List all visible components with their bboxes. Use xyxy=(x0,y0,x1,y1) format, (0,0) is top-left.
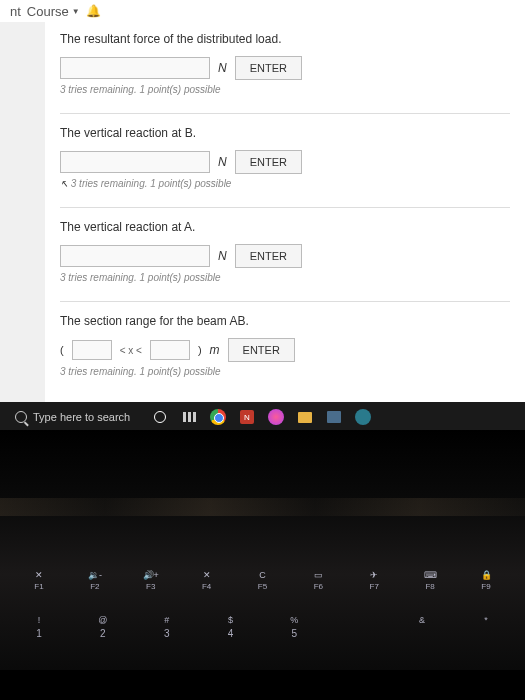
f7-key: ✈F7 xyxy=(355,570,393,591)
enter-button[interactable]: ENTER xyxy=(235,56,302,80)
open-paren: ( xyxy=(60,344,64,356)
f9-key: 🔒F9 xyxy=(467,570,505,591)
tries-remaining: 3 tries remaining. 1 point(s) possible xyxy=(60,272,510,283)
f6-key: ▭F6 xyxy=(299,570,337,591)
tries-remaining: ↖ 3 tries remaining. 1 point(s) possible xyxy=(60,178,510,189)
itunes-icon[interactable] xyxy=(263,404,289,430)
question-prompt: The vertical reaction at A. xyxy=(60,220,510,234)
enter-button[interactable]: ENTER xyxy=(228,338,295,362)
tries-remaining: 3 tries remaining. 1 point(s) possible xyxy=(60,84,510,95)
search-icon xyxy=(15,411,27,423)
bell-icon[interactable]: 🔔 xyxy=(86,4,101,18)
answer-input[interactable] xyxy=(60,57,210,79)
range-high-input[interactable] xyxy=(150,340,190,360)
taskbar-search[interactable]: Type here to search xyxy=(5,402,145,432)
question-block: The vertical reaction at B. N ENTER ↖ 3 … xyxy=(60,126,510,189)
store-icon[interactable] xyxy=(321,404,347,430)
answer-input[interactable] xyxy=(60,245,210,267)
range-low-input[interactable] xyxy=(72,340,112,360)
app-icon[interactable]: N xyxy=(234,404,260,430)
key-2: @2 xyxy=(84,615,122,639)
chrome-icon[interactable] xyxy=(205,404,231,430)
key-8: * xyxy=(467,615,505,639)
course-dropdown[interactable]: Course ▼ xyxy=(27,4,80,19)
chevron-down-icon: ▼ xyxy=(72,7,80,16)
f5-key: CF5 xyxy=(244,570,282,591)
enter-button[interactable]: ENTER xyxy=(235,244,302,268)
key-4: $4 xyxy=(212,615,250,639)
key-3: #3 xyxy=(148,615,186,639)
unit-label: m xyxy=(210,343,220,357)
speaker-grille xyxy=(0,498,525,516)
folder-icon[interactable] xyxy=(292,404,318,430)
enter-button[interactable]: ENTER xyxy=(235,150,302,174)
unit-label: N xyxy=(218,61,227,75)
nt-label: nt xyxy=(10,4,21,19)
divider xyxy=(60,113,510,114)
unit-label: N xyxy=(218,155,227,169)
course-label: Course xyxy=(27,4,69,19)
cursor-icon: ↖ xyxy=(60,178,68,189)
divider xyxy=(60,207,510,208)
number-key-row: !1 @2 #3 $4 %5 & * xyxy=(20,615,505,639)
key-1: !1 xyxy=(20,615,58,639)
tries-remaining: 3 tries remaining. 1 point(s) possible xyxy=(60,366,510,377)
f1-key: ✕F1 xyxy=(20,570,58,591)
key-7: & xyxy=(403,615,441,639)
f3-key: 🔊+F3 xyxy=(132,570,170,591)
taskview-icon[interactable] xyxy=(176,404,202,430)
question-prompt: The resultant force of the distributed l… xyxy=(60,32,510,46)
question-prompt: The vertical reaction at B. xyxy=(60,126,510,140)
question-block: The resultant force of the distributed l… xyxy=(60,32,510,95)
function-key-row: ✕F1 🔉-F2 🔊+F3 ✕F4 CF5 ▭F6 ✈F7 ⌨F8 🔒F9 xyxy=(20,570,505,591)
question-block: The vertical reaction at A. N ENTER 3 tr… xyxy=(60,220,510,283)
laptop-keyboard: ✕F1 🔉-F2 🔊+F3 ✕F4 CF5 ▭F6 ✈F7 ⌨F8 🔒F9 !1… xyxy=(0,430,525,670)
f4-key: ✕F4 xyxy=(188,570,226,591)
divider xyxy=(60,301,510,302)
unit-label: N xyxy=(218,249,227,263)
search-placeholder: Type here to search xyxy=(33,411,130,423)
answer-input[interactable] xyxy=(60,151,210,173)
f2-key: 🔉-F2 xyxy=(76,570,114,591)
question-block: The section range for the beam AB. ( < x… xyxy=(60,314,510,377)
cortana-icon[interactable] xyxy=(147,404,173,430)
close-paren: ) xyxy=(198,344,202,356)
groove-icon[interactable] xyxy=(350,404,376,430)
key-6 xyxy=(339,615,377,639)
f8-key: ⌨F8 xyxy=(411,570,449,591)
range-operator: < x < xyxy=(120,345,142,356)
content-area: The resultant force of the distributed l… xyxy=(45,22,525,402)
windows-taskbar: Type here to search N xyxy=(0,402,525,432)
question-prompt: The section range for the beam AB. xyxy=(60,314,510,328)
taskbar-icons: N xyxy=(147,404,376,430)
key-5: %5 xyxy=(275,615,313,639)
app-header: nt Course ▼ 🔔 xyxy=(0,0,525,22)
